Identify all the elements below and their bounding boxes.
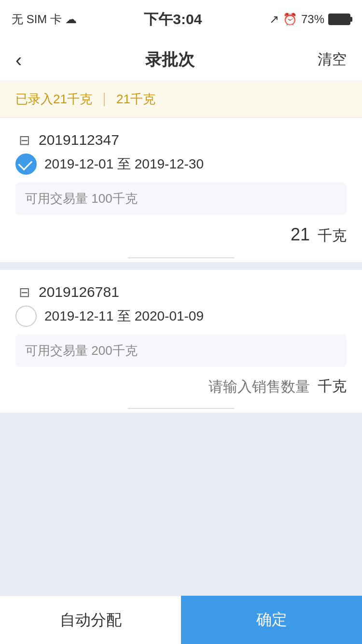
alarm-icon: ⏰ [283, 13, 297, 26]
quantity-unit-1: 千克 [318, 226, 347, 246]
quantity-input-2[interactable] [155, 378, 310, 395]
nav-bar: ‹ 录批次 清空 [0, 39, 362, 81]
bottom-area [0, 413, 362, 625]
status-time: 下午3:04 [144, 10, 202, 29]
status-banner: 已录入21千克 21千克 [0, 81, 362, 118]
batch-date-1: 2019-12-01 至 2019-12-30 [44, 155, 204, 173]
quantity-row-1: 千克 [0, 215, 362, 257]
batch-item-2: ⊟ 2019126781 2019-12-11 至 2020-01-09 可用交… [0, 270, 362, 367]
footer: 自动分配 确定 [0, 596, 362, 644]
quantity-input-wrapper-1: 千克 [271, 224, 347, 246]
batch-id-1: 2019112347 [39, 132, 119, 148]
batch-date-row-1[interactable]: 2019-12-01 至 2019-12-30 [15, 154, 347, 175]
status-left: 无 SIM 卡 ☁ [12, 12, 77, 27]
batch-id-icon-2: ⊟ [15, 283, 33, 301]
batch-date-2: 2019-12-11 至 2020-01-09 [44, 307, 204, 325]
battery-percent: 73% [301, 13, 324, 26]
batch-item-1: ⊟ 2019112347 2019-12-01 至 2019-12-30 可用交… [0, 118, 362, 215]
quantity-divider-row-2 [0, 408, 362, 413]
batch-available-2: 可用交易量 200千克 [15, 335, 347, 367]
quantity-divider-1 [128, 257, 234, 258]
page-title: 录批次 [145, 49, 195, 71]
already-recorded-label: 已录入21千克 [15, 91, 92, 108]
batch-id-row-2: ⊟ 2019126781 [15, 283, 347, 301]
quantity-unit-2: 千克 [318, 377, 347, 396]
batch-id-row-1: ⊟ 2019112347 [15, 131, 347, 149]
quantity-divider-row-1 [0, 257, 362, 262]
quantity-placeholder-row-2: 千克 [0, 367, 362, 408]
sim-text: 无 SIM 卡 ☁ [12, 12, 77, 27]
back-button[interactable]: ‹ [15, 50, 22, 70]
batch-date-row-2[interactable]: 2019-12-11 至 2020-01-09 [15, 306, 347, 327]
location-icon: ↗ [269, 13, 279, 26]
banner-divider [104, 93, 105, 106]
clear-button[interactable]: 清空 [318, 50, 347, 70]
status-bar: 无 SIM 卡 ☁ 下午3:04 ↗ ⏰ 73% [0, 0, 362, 39]
batch-available-1: 可用交易量 100千克 [15, 182, 347, 215]
batch-radio-2[interactable] [15, 306, 37, 327]
section-separator [0, 262, 362, 270]
total-label: 21千克 [116, 91, 155, 108]
quantity-input-1[interactable] [271, 224, 310, 245]
status-right: ↗ ⏰ 73% [269, 13, 350, 26]
auto-distribute-button[interactable]: 自动分配 [0, 596, 181, 644]
quantity-divider-2 [128, 408, 234, 409]
battery-icon [328, 14, 350, 25]
batch-id-icon-1: ⊟ [15, 131, 33, 149]
batch-radio-1[interactable] [15, 154, 37, 175]
confirm-button[interactable]: 确定 [181, 596, 362, 644]
batch-id-2: 2019126781 [39, 284, 119, 300]
